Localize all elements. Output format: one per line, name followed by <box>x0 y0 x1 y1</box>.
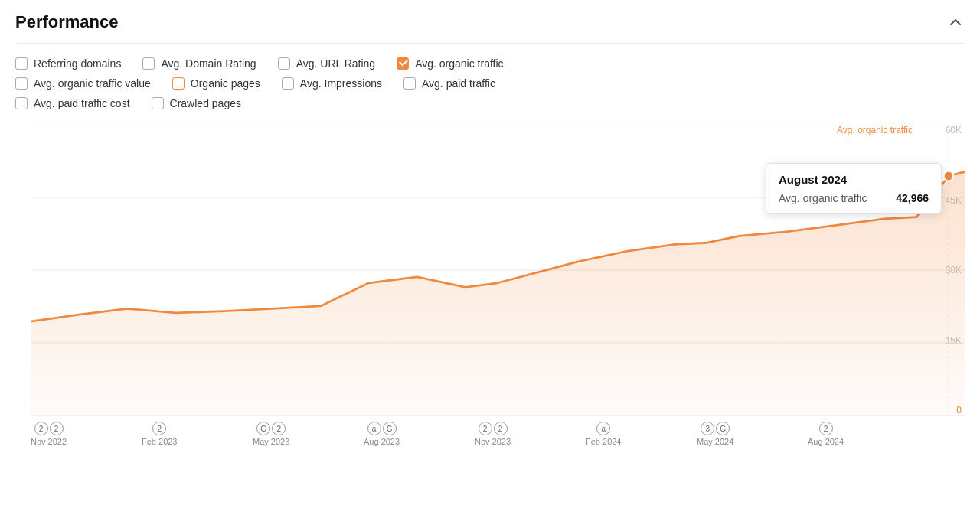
performance-panel: Performance Referring domainsAvg. Domain… <box>0 0 980 528</box>
checkbox-label-avg-organic-traffic: Avg. organic traffic <box>415 57 503 70</box>
panel-title: Performance <box>15 12 119 32</box>
event-row-2: G2 <box>256 422 286 435</box>
chart-svg-wrapper: August 2024 Avg. organic traffic 42,966 <box>31 125 965 416</box>
event-circle-7-0: 2 <box>819 422 833 435</box>
x-label-group-3: aGAug 2023 <box>364 422 400 446</box>
collapse-button[interactable] <box>946 13 965 31</box>
event-circle-4-0: 2 <box>479 422 492 435</box>
x-label-text-5: Feb 2024 <box>586 437 621 446</box>
checkbox-label-avg-paid-traffic: Avg. paid traffic <box>422 77 495 90</box>
checkbox-label-avg-organic-traffic-value: Avg. organic traffic value <box>34 77 151 90</box>
tooltip-metric-value: 42,966 <box>896 192 929 204</box>
checkbox-avg-paid-traffic[interactable]: Avg. paid traffic <box>403 77 495 90</box>
chart-tooltip: August 2024 Avg. organic traffic 42,966 <box>766 163 942 214</box>
x-label-text-6: May 2024 <box>697 437 733 446</box>
checkbox-input-avg-domain-rating[interactable] <box>142 57 155 70</box>
checkbox-input-crawled-pages[interactable] <box>152 97 164 109</box>
x-label-group-4: 22Nov 2023 <box>475 422 511 446</box>
x-axis: 22Nov 20222Feb 2023G2May 2023aGAug 20232… <box>31 408 919 446</box>
checkbox-avg-paid-traffic-cost[interactable]: Avg. paid traffic cost <box>15 97 130 109</box>
checkbox-avg-impressions[interactable]: Avg. Impressions <box>282 77 382 90</box>
performance-chart: Avg. organic traffic 60K45K30K15K0 <box>15 125 965 446</box>
event-circle-0-1: 2 <box>50 422 64 435</box>
x-label-text-3: Aug 2023 <box>364 437 400 446</box>
svg-point-6 <box>944 171 954 181</box>
checkbox-label-avg-paid-traffic-cost: Avg. paid traffic cost <box>34 97 130 109</box>
tooltip-metric-row: Avg. organic traffic 42,966 <box>779 192 929 204</box>
event-circle-6-1: G <box>716 422 730 435</box>
event-row-3: aG <box>368 422 397 435</box>
event-row-7: 2 <box>819 422 833 435</box>
checkbox-input-avg-organic-traffic[interactable] <box>397 57 409 70</box>
event-circle-6-0: 3 <box>701 422 714 435</box>
checkbox-label-avg-impressions: Avg. Impressions <box>300 77 382 90</box>
x-label-text-0: Nov 2022 <box>31 437 67 446</box>
checkbox-label-avg-url-rating: Avg. URL Rating <box>296 57 376 70</box>
event-circle-4-1: 2 <box>494 422 508 435</box>
checkbox-crawled-pages[interactable]: Crawled pages <box>152 97 241 109</box>
checkbox-referring-domains[interactable]: Referring domains <box>15 57 121 70</box>
checkbox-label-avg-domain-rating: Avg. Domain Rating <box>161 57 256 70</box>
x-label-text-2: May 2023 <box>253 437 289 446</box>
checkbox-label-crawled-pages: Crawled pages <box>170 97 241 109</box>
x-label-group-1: 2Feb 2023 <box>142 422 177 446</box>
x-label-group-2: G2May 2023 <box>253 422 289 446</box>
checkbox-label-organic-pages: Organic pages <box>191 77 260 90</box>
event-circle-1-0: 2 <box>152 422 166 435</box>
event-circle-2-1: 2 <box>272 422 286 435</box>
x-label-group-5: aFeb 2024 <box>586 422 621 446</box>
event-row-4: 22 <box>479 422 508 435</box>
event-circle-3-1: G <box>383 422 397 435</box>
event-circle-5-0: a <box>596 422 610 435</box>
tooltip-metric-label: Avg. organic traffic <box>779 192 867 204</box>
checkbox-row-3: Avg. paid traffic costCrawled pages <box>15 97 965 109</box>
checkbox-row-2: Avg. organic traffic valueOrganic pagesA… <box>15 77 965 90</box>
checkbox-avg-url-rating[interactable]: Avg. URL Rating <box>278 57 376 70</box>
filter-checkboxes: Referring domainsAvg. Domain RatingAvg. … <box>15 57 965 109</box>
checkbox-row-1: Referring domainsAvg. Domain RatingAvg. … <box>15 57 965 70</box>
x-label-group-6: 3GMay 2024 <box>697 422 733 446</box>
checkbox-avg-domain-rating[interactable]: Avg. Domain Rating <box>142 57 256 70</box>
checkbox-avg-organic-traffic[interactable]: Avg. organic traffic <box>397 57 503 70</box>
event-circle-2-0: G <box>256 422 270 435</box>
x-label-group-7: 2Aug 2024 <box>808 422 844 446</box>
event-row-5: a <box>596 422 610 435</box>
event-row-0: 22 <box>34 422 64 435</box>
event-row-6: 3G <box>701 422 730 435</box>
checkbox-label-referring-domains: Referring domains <box>34 57 121 70</box>
checkbox-input-referring-domains[interactable] <box>15 57 28 70</box>
checkbox-input-avg-impressions[interactable] <box>282 77 294 90</box>
event-row-1: 2 <box>152 422 166 435</box>
x-label-text-1: Feb 2023 <box>142 437 177 446</box>
checkbox-input-avg-paid-traffic-cost[interactable] <box>15 97 28 109</box>
event-circle-0-0: 2 <box>34 422 48 435</box>
event-circle-3-0: a <box>368 422 381 435</box>
tooltip-date: August 2024 <box>779 173 929 186</box>
checkbox-input-avg-url-rating[interactable] <box>278 57 290 70</box>
checkbox-organic-pages[interactable]: Organic pages <box>172 77 260 90</box>
checkbox-input-avg-organic-traffic-value[interactable] <box>15 77 28 90</box>
checkbox-avg-organic-traffic-value[interactable]: Avg. organic traffic value <box>15 77 151 90</box>
checkbox-input-organic-pages[interactable] <box>172 77 185 90</box>
checkbox-input-avg-paid-traffic[interactable] <box>403 77 416 90</box>
x-label-text-4: Nov 2023 <box>475 437 511 446</box>
x-label-text-7: Aug 2024 <box>808 437 844 446</box>
panel-header: Performance <box>15 12 965 44</box>
x-label-group-0: 22Nov 2022 <box>31 422 67 446</box>
